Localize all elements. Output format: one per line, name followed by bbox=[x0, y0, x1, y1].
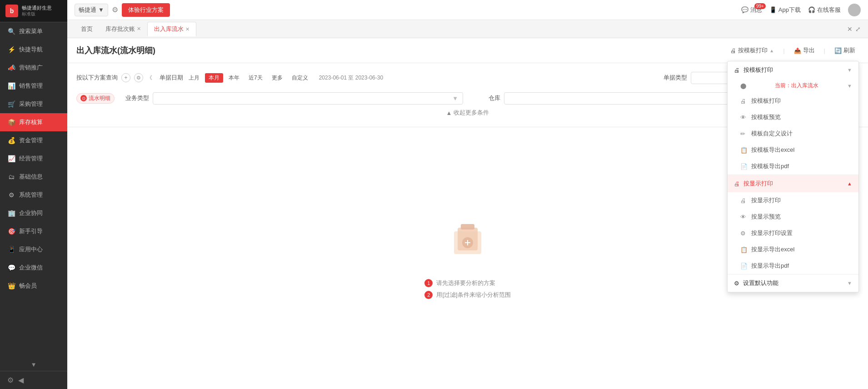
tab-batch-account-label: 库存批次账 bbox=[105, 25, 135, 33]
sidebar-item-inventory[interactable]: 📦 库存核算 bbox=[0, 113, 67, 131]
dropdown-item-template-pdf[interactable]: 📄 按模板导出pdf bbox=[728, 158, 858, 175]
empty-step-1: 1 请先选择要分析的方案 bbox=[424, 279, 510, 287]
filter-collapse-btn[interactable]: 《 bbox=[147, 74, 152, 82]
tab-home-label: 首页 bbox=[81, 25, 93, 33]
bottom-collapse-icon[interactable]: ◀ bbox=[18, 376, 24, 384]
filter-tag-icon: ⊙ bbox=[80, 95, 87, 101]
trial-btn[interactable]: 体验行业方案 bbox=[122, 3, 170, 17]
template-print-header-icon: 🖨 bbox=[734, 67, 740, 74]
dropdown-item-display-print[interactable]: 🖨 按显示打印 bbox=[728, 192, 858, 209]
user-avatar[interactable] bbox=[848, 4, 861, 16]
sidebar-item-basic[interactable]: 🗂 基础信息 bbox=[0, 168, 67, 186]
tab-inventory-flow-close[interactable]: ✕ bbox=[185, 26, 190, 32]
empty-steps: 1 请先选择要分析的方案 2 用[过滤]条件来缩小分析范围 bbox=[424, 279, 510, 299]
display-preview-label: 按显示预览 bbox=[751, 213, 781, 221]
filter-add-btn[interactable]: + bbox=[121, 73, 130, 82]
sidebar-item-label: 畅会员 bbox=[19, 282, 37, 290]
dropdown-item-display-excel[interactable]: 📋 按显示导出excel bbox=[728, 241, 858, 258]
filter-business-select[interactable]: ▼ bbox=[153, 92, 463, 105]
collapse-btn[interactable]: ▲ 收起更多条件 bbox=[446, 109, 489, 117]
sidebar-item-quick-nav[interactable]: ⚡ 快捷导航 bbox=[0, 40, 67, 59]
online-service-btn[interactable]: 🎧 在线客服 bbox=[808, 6, 841, 14]
display-print-icon: 🖨 bbox=[740, 197, 748, 204]
display-print-header[interactable]: 🖨 按显示打印 ▲ bbox=[728, 175, 858, 192]
dropdown-item-display-settings[interactable]: ⚙ 按显示打印设置 bbox=[728, 225, 858, 241]
dropdown-item-template-excel[interactable]: 📋 按模板导出excel bbox=[728, 142, 858, 158]
sidebar-item-appstore[interactable]: 📱 应用中心 bbox=[0, 240, 67, 259]
tabbar: 首页 库存批次账 ✕ 出入库流水 ✕ ✕ ⤢ bbox=[67, 20, 868, 38]
topbar-settings-icon[interactable]: ⚙ bbox=[112, 5, 118, 14]
app-download-btn[interactable]: 📱 App下载 bbox=[769, 6, 801, 14]
tab-batch-account-close[interactable]: ✕ bbox=[137, 26, 141, 32]
expand-tab-icon[interactable]: ⤢ bbox=[855, 25, 861, 33]
collapse-up-icon: ▲ bbox=[446, 110, 452, 116]
sidebar-item-label: 基础信息 bbox=[19, 173, 43, 181]
sidebar-item-purchase[interactable]: 🛒 采购管理 bbox=[0, 95, 67, 113]
sidebar-item-marketing[interactable]: 📣 营销推广 bbox=[0, 59, 67, 77]
date-range: 2023-06-01 至 2023-06-30 bbox=[319, 74, 383, 82]
dropdown-item-template-preview[interactable]: 👁 按模板预览 bbox=[728, 109, 858, 125]
sidebar-item-system[interactable]: ⚙ 系统管理 bbox=[0, 186, 67, 204]
date-tab-custom[interactable]: 自定义 bbox=[288, 73, 312, 83]
display-excel-label: 按显示导出excel bbox=[751, 245, 794, 254]
print-btn[interactable]: 🖨 按模板打印 ▲ bbox=[727, 45, 778, 56]
sidebar-nav: ⚡ 快捷导航 📣 营销推广 📊 销售管理 🛒 采购管理 📦 库存核算 💰 资金管… bbox=[0, 40, 67, 359]
template-print-header-label: 按模板打印 bbox=[743, 66, 773, 74]
sidebar-item-operations[interactable]: 📈 经营管理 bbox=[0, 150, 67, 168]
tab-batch-account[interactable]: 库存批次账 ✕ bbox=[99, 22, 147, 36]
step-2-text: 用[过滤]条件来缩小分析范围 bbox=[436, 291, 510, 299]
sidebar-item-vip[interactable]: 👑 畅会员 bbox=[0, 277, 67, 295]
export-label: 导出 bbox=[803, 46, 815, 55]
sidebar-item-enterprise[interactable]: 🏢 企业协同 bbox=[0, 204, 67, 222]
date-tab-this-year[interactable]: 本年 bbox=[225, 73, 243, 83]
inventory-icon: 📦 bbox=[7, 119, 15, 126]
filter-label-row: 按以下方案查询 + ⚙ 《 bbox=[76, 73, 152, 82]
sidebar-item-label: 资金管理 bbox=[19, 136, 43, 145]
dropdown-current-arrow: ▼ bbox=[847, 83, 852, 89]
topbar-right: 💬 消息 99+ 📱 App下载 🎧 在线客服 bbox=[741, 4, 861, 16]
tab-home[interactable]: 首页 bbox=[75, 22, 99, 36]
template-print-header[interactable]: 🖨 按模板打印 ▼ bbox=[728, 61, 858, 79]
message-btn[interactable]: 💬 消息 99+ bbox=[741, 6, 762, 14]
sidebar-scroll-down[interactable]: ▼ bbox=[0, 359, 67, 371]
bottom-settings-icon[interactable]: ⚙ bbox=[7, 376, 14, 384]
step-2-num: 2 bbox=[424, 291, 433, 299]
filter-tag-stream[interactable]: ⊙ 流水明细 bbox=[76, 93, 115, 104]
dropdown-item-display-pdf[interactable]: 📄 按显示导出pdf bbox=[728, 258, 858, 274]
template-pdf-icon: 📄 bbox=[740, 163, 748, 170]
company-name: 畅捷通 bbox=[79, 6, 96, 14]
operations-icon: 📈 bbox=[7, 155, 15, 162]
sidebar-item-sales[interactable]: 📊 销售管理 bbox=[0, 77, 67, 95]
dropdown-current-text: 当前：出入库流水 bbox=[775, 82, 818, 90]
company-selector[interactable]: 畅捷通 ▼ bbox=[75, 4, 108, 16]
date-tab-last-month[interactable]: 上月 bbox=[185, 73, 203, 83]
display-print-item-label: 按显示打印 bbox=[751, 196, 781, 204]
close-tab-icon[interactable]: ✕ bbox=[847, 25, 853, 33]
step-1-text: 请先选择要分析的方案 bbox=[436, 279, 495, 287]
export-btn[interactable]: 📤 导出 bbox=[790, 45, 818, 56]
sidebar-item-wechat[interactable]: 💬 企业微信 bbox=[0, 259, 67, 277]
sidebar-item-search[interactable]: 🔍 搜索菜单 bbox=[0, 22, 67, 40]
dropdown-item-template-design[interactable]: ✏ 模板自定义设计 bbox=[728, 125, 858, 142]
dropdown-item-template-print[interactable]: 🖨 按模板打印 bbox=[728, 93, 858, 109]
tab-inventory-flow[interactable]: 出入库流水 ✕ bbox=[147, 22, 196, 36]
tabbar-right: ✕ ⤢ bbox=[847, 25, 861, 33]
default-function-label: 设置默认功能 bbox=[743, 279, 778, 287]
message-icon: 💬 bbox=[741, 6, 748, 13]
page-content: 出入库流水(流水明细) 🖨 按模板打印 ▲ | 📤 导出 | 🔄 刷新 bbox=[67, 38, 868, 389]
date-tab-7days[interactable]: 近7天 bbox=[245, 73, 266, 83]
guide-icon: 🎯 bbox=[7, 228, 15, 235]
date-tab-more[interactable]: 更多 bbox=[268, 73, 286, 83]
refresh-btn[interactable]: 🔄 刷新 bbox=[831, 45, 859, 56]
system-icon: ⚙ bbox=[7, 191, 15, 199]
sidebar-item-finance[interactable]: 💰 资金管理 bbox=[0, 131, 67, 150]
dropdown-item-display-preview[interactable]: 👁 按显示预览 bbox=[728, 209, 858, 225]
date-tab-this-month[interactable]: 本月 bbox=[205, 73, 223, 83]
app-download-icon: 📱 bbox=[769, 6, 777, 13]
default-function-header[interactable]: ⚙ 设置默认功能 ▼ bbox=[728, 274, 858, 292]
filter-settings-btn[interactable]: ⚙ bbox=[134, 73, 143, 82]
enterprise-icon: 🏢 bbox=[7, 209, 15, 217]
template-print-section: 🖨 按模板打印 ▼ ⬤ 当前：出入库流水 ▼ bbox=[728, 61, 858, 175]
sidebar-item-guide[interactable]: 🎯 新手引导 bbox=[0, 222, 67, 240]
sidebar-item-label: 快捷导航 bbox=[19, 45, 43, 54]
